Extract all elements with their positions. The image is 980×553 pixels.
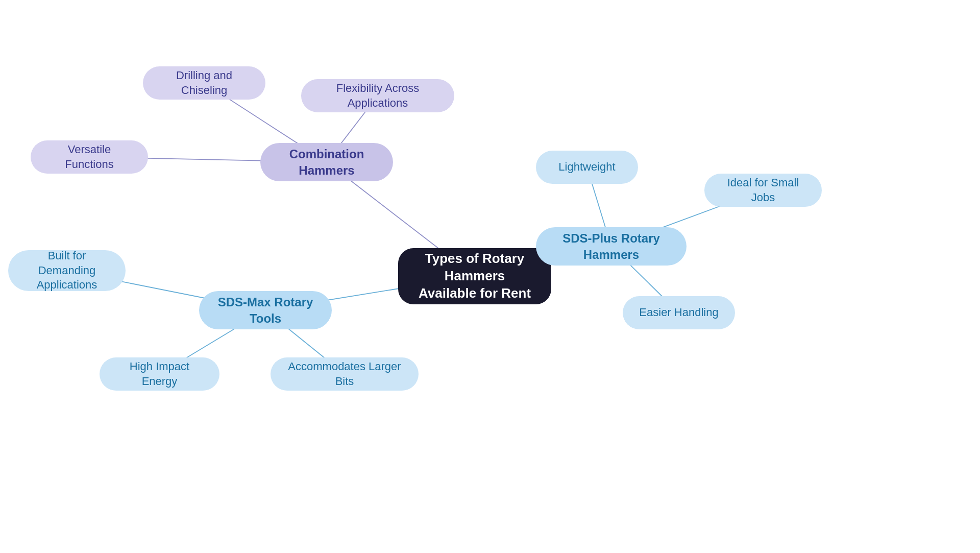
node-sdsplus: SDS-Plus Rotary Hammers bbox=[536, 227, 687, 266]
node-combination: Combination Hammers bbox=[260, 143, 393, 181]
node-center: Types of Rotary Hammers Available for Re… bbox=[398, 248, 551, 304]
node-built: Built for Demanding Applications bbox=[8, 250, 126, 291]
node-highimpact: High Impact Energy bbox=[100, 357, 219, 391]
node-drilling: Drilling and Chiseling bbox=[143, 66, 265, 100]
node-lightweight: Lightweight bbox=[536, 151, 638, 184]
node-sdsmax: SDS-Max Rotary Tools bbox=[199, 291, 332, 329]
node-largebits: Accommodates Larger Bits bbox=[271, 357, 419, 391]
node-versatile: Versatile Functions bbox=[31, 140, 148, 174]
node-flexibility: Flexibility Across Applications bbox=[301, 79, 454, 112]
node-smalljobs: Ideal for Small Jobs bbox=[704, 174, 822, 207]
node-handling: Easier Handling bbox=[623, 296, 735, 329]
mind-map: Types of Rotary Hammers Available for Re… bbox=[0, 0, 980, 553]
